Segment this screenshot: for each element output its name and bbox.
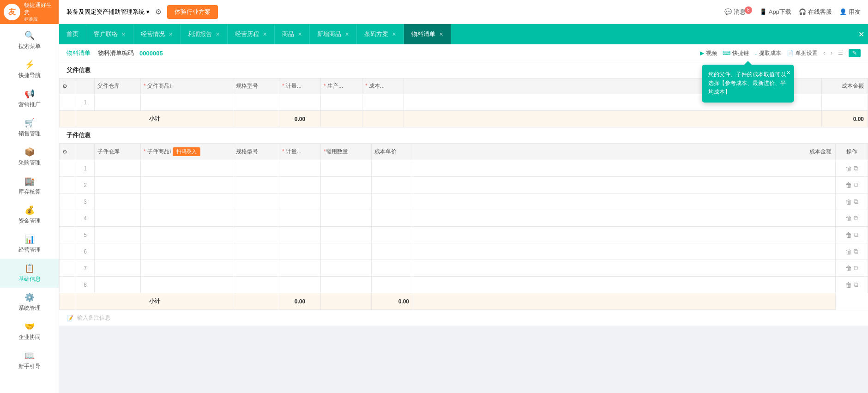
parent-spec-cell[interactable]	[233, 94, 279, 111]
child-qty-cell[interactable]	[321, 177, 372, 193]
child-qty-cell[interactable]	[321, 260, 372, 277]
edit-button[interactable]: ✎	[849, 49, 861, 57]
child-spec-cell[interactable]	[233, 277, 279, 293]
child-warehouse-cell[interactable]	[95, 177, 141, 193]
online-service-button[interactable]: 🎧 在线客服	[799, 8, 832, 16]
child-price-cell[interactable]	[372, 277, 413, 293]
nav-prev-button[interactable]: ‹	[823, 50, 825, 56]
child-unit-cell[interactable]	[279, 260, 321, 277]
sidebar-item-basic-info[interactable]: 📋基础信息	[0, 259, 59, 288]
child-product-cell[interactable]	[141, 260, 233, 277]
close-all-button[interactable]: ✕	[855, 30, 868, 39]
copy-row-button[interactable]: ⧉	[854, 181, 858, 189]
tab-close-icon[interactable]: ✕	[169, 31, 173, 37]
tab-close-icon[interactable]: ✕	[345, 31, 349, 37]
note-placeholder[interactable]: 输入备注信息	[77, 314, 110, 322]
child-price-cell[interactable]	[372, 193, 413, 210]
shortcut-button[interactable]: ⌨ 快捷键	[723, 49, 749, 57]
parent-cost-cell[interactable]	[362, 94, 404, 111]
child-price-cell[interactable]	[372, 260, 413, 277]
child-price-cell[interactable]	[372, 210, 413, 227]
tab-close-icon[interactable]: ✕	[298, 31, 302, 37]
tab-利润报告[interactable]: 利润报告✕	[181, 24, 228, 44]
child-warehouse-cell[interactable]	[95, 227, 141, 243]
scan-button[interactable]: 扫码录入	[173, 147, 200, 156]
child-unit-cell[interactable]	[279, 210, 321, 227]
view-button[interactable]: ▶ 视频	[700, 49, 717, 57]
child-price-cell[interactable]	[372, 243, 413, 260]
child-spec-cell[interactable]	[233, 243, 279, 260]
sidebar-item-quick-nav[interactable]: ⚡快捷导航	[0, 55, 59, 84]
tab-close-icon[interactable]: ✕	[121, 31, 126, 37]
copy-row-button[interactable]: ⧉	[854, 214, 858, 222]
tab-经营历程[interactable]: 经营历程✕	[228, 24, 275, 44]
child-product-cell[interactable]	[141, 227, 233, 243]
single-settings-button[interactable]: 📄 单据设置	[787, 49, 818, 57]
tab-经营情况[interactable]: 经营情况✕	[133, 24, 181, 44]
parent-warehouse-cell[interactable]	[95, 94, 141, 111]
tab-close-icon[interactable]: ✕	[392, 31, 396, 37]
delete-row-button[interactable]: 🗑	[845, 198, 852, 206]
child-qty-cell[interactable]	[321, 227, 372, 243]
child-unit-cell[interactable]	[279, 193, 321, 210]
breadcrumb-home[interactable]: 物料清单	[66, 49, 90, 57]
delete-row-button[interactable]: 🗑	[845, 248, 852, 255]
tab-商品[interactable]: 商品✕	[275, 24, 310, 44]
delete-row-button[interactable]: 🗑	[845, 214, 852, 222]
tab-新增商品[interactable]: 新增商品✕	[310, 24, 357, 44]
sidebar-item-finance[interactable]: 💰资金管理	[0, 200, 59, 230]
child-unit-cell[interactable]	[279, 243, 321, 260]
child-col-setting[interactable]: ⚙	[60, 144, 76, 160]
sidebar-item-sales[interactable]: 🛒销售管理	[0, 113, 59, 142]
tab-close-icon[interactable]: ✕	[439, 31, 443, 37]
child-price-cell[interactable]	[372, 160, 413, 177]
sidebar-item-marketing[interactable]: 📢营销推广	[0, 84, 59, 113]
tab-close-icon[interactable]: ✕	[216, 31, 220, 37]
tab-close-icon[interactable]: ✕	[263, 31, 267, 37]
delete-row-button[interactable]: 🗑	[845, 264, 852, 272]
delete-row-button[interactable]: 🗑	[845, 181, 852, 189]
child-price-cell[interactable]	[372, 177, 413, 193]
tab-条码方案[interactable]: 条码方案✕	[357, 24, 404, 44]
child-unit-cell[interactable]	[279, 177, 321, 193]
child-warehouse-cell[interactable]	[95, 260, 141, 277]
child-spec-cell[interactable]	[233, 260, 279, 277]
sidebar-item-guide[interactable]: 📖新手引导	[0, 346, 59, 375]
child-qty-cell[interactable]	[321, 210, 372, 227]
nav-next-button[interactable]: ›	[831, 50, 832, 56]
sidebar-item-purchase[interactable]: 📦采购管理	[0, 142, 59, 171]
copy-row-button[interactable]: ⧉	[854, 281, 858, 289]
sidebar-item-search[interactable]: 🔍搜索菜单	[0, 26, 59, 55]
parent-production-cell[interactable]	[321, 94, 362, 111]
extract-cost-button[interactable]: ↓ 提取成本	[754, 49, 781, 57]
child-product-cell[interactable]	[141, 243, 233, 260]
child-product-cell[interactable]	[141, 210, 233, 227]
child-price-cell[interactable]	[372, 227, 413, 243]
child-warehouse-cell[interactable]	[95, 243, 141, 260]
child-spec-cell[interactable]	[233, 227, 279, 243]
delete-row-button[interactable]: 🗑	[845, 164, 852, 172]
copy-row-button[interactable]: ⧉	[854, 231, 858, 239]
child-product-cell[interactable]	[141, 193, 233, 210]
parent-col-setting[interactable]: ⚙	[60, 79, 76, 94]
copy-row-button[interactable]: ⧉	[854, 264, 858, 272]
delete-row-button[interactable]: 🗑	[845, 231, 852, 239]
child-product-cell[interactable]	[141, 277, 233, 293]
child-unit-cell[interactable]	[279, 227, 321, 243]
child-product-cell[interactable]	[141, 160, 233, 177]
child-spec-cell[interactable]	[233, 160, 279, 177]
message-button[interactable]: 💬 消息 6	[724, 8, 752, 16]
menu-button[interactable]: ☰	[838, 50, 843, 56]
delete-row-button[interactable]: 🗑	[845, 281, 852, 289]
sidebar-item-enterprise[interactable]: 🤝企业协同	[0, 317, 59, 346]
sidebar-item-inventory[interactable]: 🏬库存核算	[0, 171, 59, 200]
user-menu[interactable]: 👤 用友	[839, 8, 861, 16]
tab-客户联络[interactable]: 客户联络✕	[86, 24, 133, 44]
trial-button[interactable]: 体验行业方案	[167, 5, 218, 19]
tab-首页[interactable]: 首页	[59, 24, 86, 44]
child-qty-cell[interactable]	[321, 160, 372, 177]
parent-product-cell[interactable]	[141, 94, 233, 111]
child-unit-cell[interactable]	[279, 160, 321, 177]
child-spec-cell[interactable]	[233, 177, 279, 193]
child-warehouse-cell[interactable]	[95, 160, 141, 177]
